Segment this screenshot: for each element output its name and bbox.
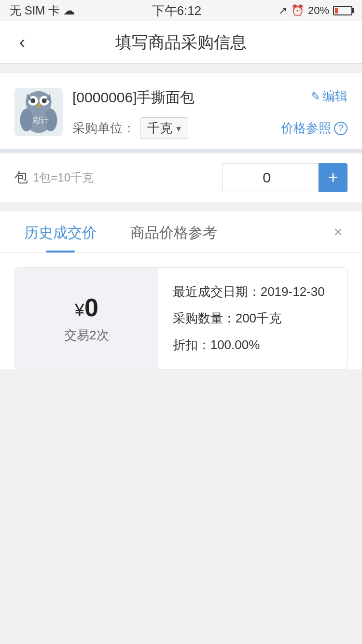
edit-button[interactable]: ✎ 编辑: [311, 88, 348, 105]
unit-value: 千克: [147, 120, 172, 137]
product-header: 彩计 [0000006]手撕面包 ✎ 编辑 采购单位： 千克 ▾: [14, 88, 348, 139]
recent-date-value: 2019-12-30: [261, 284, 325, 299]
back-button[interactable]: ‹: [14, 28, 30, 57]
unit-label: 采购单位：: [72, 120, 135, 137]
product-section: 彩计 [0000006]手撕面包 ✎ 编辑 采购单位： 千克 ▾: [0, 73, 362, 149]
help-icon: ?: [334, 122, 348, 135]
status-time: 下午6:12: [152, 2, 202, 19]
product-thumbnail: 彩计: [14, 88, 63, 136]
recent-date-label: 最近成交日期：: [173, 284, 261, 299]
section-divider: [0, 149, 362, 153]
quantity-plus-button[interactable]: +: [319, 163, 348, 192]
product-name-row: [0000006]手撕面包 ✎ 编辑: [72, 88, 348, 108]
purchase-qty-row: 采购数量：200千克: [173, 309, 333, 328]
tab-history-label: 历史成交价: [24, 224, 97, 240]
battery-icon: [333, 6, 352, 15]
tab-reference-label: 商品价格参考: [130, 224, 217, 240]
tab-reference[interactable]: 商品价格参考: [121, 211, 227, 252]
product-info: [0000006]手撕面包 ✎ 编辑 采购单位： 千克 ▾ 价格参照 ?: [72, 88, 348, 139]
purchase-qty-label: 采购数量：: [173, 311, 236, 325]
status-bar: 无 SIM 卡 ☁ 下午6:12 ↗ ⏰ 20%: [0, 0, 362, 21]
card-right: 最近成交日期：2019-12-30 采购数量：200千克 折扣：100.00%: [158, 268, 347, 369]
purchase-qty-value: 200千克: [236, 311, 281, 325]
discount-label: 折扣：: [173, 337, 210, 352]
history-card: ¥0 交易2次 最近成交日期：2019-12-30 采购数量：200千克 折扣：…: [14, 267, 348, 369]
panel-section: 历史成交价 商品价格参考 × ¥0 交易2次 最近成交日期：2019-12-30…: [0, 211, 362, 369]
tab-bar: 历史成交价 商品价格参考 ×: [0, 211, 362, 253]
recent-date-row: 最近成交日期：2019-12-30: [173, 282, 333, 301]
chevron-down-icon: ▾: [176, 123, 181, 134]
card-left: ¥0 交易2次: [15, 268, 158, 369]
unit-select[interactable]: 千克 ▾: [140, 117, 188, 139]
status-right: ↗ ⏰ 20%: [278, 4, 352, 17]
svg-text:彩计: 彩计: [32, 116, 49, 125]
card-trade-count: 交易2次: [64, 327, 109, 344]
page-title: 填写商品采购信息: [115, 31, 247, 54]
panel-close-button[interactable]: ×: [329, 218, 348, 246]
card-price: ¥0: [75, 293, 98, 322]
product-name: [0000006]手撕面包: [72, 88, 301, 108]
battery-pct: 20%: [308, 4, 329, 17]
purchase-unit-row: 采购单位： 千克 ▾ 价格参照 ?: [72, 117, 348, 139]
edit-icon: ✎: [311, 90, 320, 103]
price-value: 0: [84, 294, 98, 322]
sim-label: 无 SIM 卡 ☁: [10, 3, 75, 18]
quantity-unit: 包: [14, 168, 28, 187]
status-left: 无 SIM 卡 ☁: [10, 3, 75, 18]
price-ref-button[interactable]: 价格参照 ?: [281, 120, 348, 137]
edit-label: 编辑: [322, 88, 348, 105]
tab-history[interactable]: 历史成交价: [14, 211, 106, 252]
discount-value: 100.00%: [210, 337, 260, 352]
direction-icon: ↗: [278, 4, 287, 17]
quantity-label: 包 1包=10千克: [14, 168, 94, 187]
quantity-control: +: [222, 163, 348, 192]
product-image-icon: 彩计: [14, 88, 63, 136]
discount-row: 折扣：100.00%: [173, 336, 333, 354]
svg-point-9: [20, 109, 33, 131]
quantity-hint: 1包=10千克: [33, 170, 94, 185]
quantity-section: 包 1包=10千克 +: [0, 154, 362, 202]
quantity-input[interactable]: [222, 163, 319, 192]
nav-bar: ‹ 填写商品采购信息: [0, 21, 362, 64]
alarm-icon: ⏰: [291, 4, 304, 17]
price-currency: ¥: [75, 300, 84, 320]
price-ref-label: 价格参照: [281, 120, 331, 137]
